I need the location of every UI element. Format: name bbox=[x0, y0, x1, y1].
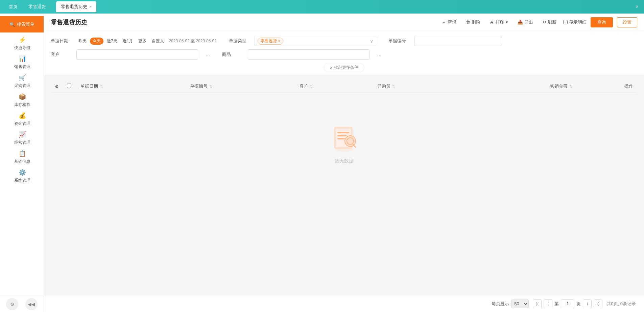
query-button[interactable]: 查询 bbox=[591, 17, 613, 27]
settings-button-header[interactable]: 设置 bbox=[617, 17, 637, 27]
type-tag: 零售退货 × bbox=[258, 38, 283, 45]
sidebar-item-finance[interactable]: 💰 资金管理 bbox=[0, 110, 44, 129]
sidebar-item-quick-nav[interactable]: ⚡ 快捷导航 bbox=[0, 34, 44, 53]
collapse-row: ∧ 收起更多条件 bbox=[51, 63, 637, 72]
first-page-button[interactable]: ⟨⟨ bbox=[533, 299, 542, 308]
collapse-button[interactable]: ∧ 收起更多条件 bbox=[324, 63, 364, 72]
window-close-icon[interactable]: × bbox=[636, 4, 639, 10]
sort-customer-icon: ⇅ bbox=[310, 85, 313, 88]
th-voucher-no[interactable]: 单据编号 ⇅ bbox=[186, 80, 295, 93]
refresh-label: 刷新 bbox=[548, 19, 556, 25]
tab-home-label: 首页 bbox=[9, 4, 18, 10]
delete-icon: 🗑 bbox=[466, 20, 470, 25]
customer-input[interactable] bbox=[76, 49, 198, 60]
date-btn-today[interactable]: 今天 bbox=[90, 38, 103, 45]
date-label: 单据日期 bbox=[51, 38, 71, 44]
date-btn-7days[interactable]: 近7天 bbox=[105, 38, 119, 45]
type-tag-remove[interactable]: × bbox=[278, 39, 280, 43]
settings-col-icon[interactable]: ⚙ bbox=[55, 84, 59, 89]
th-checkbox[interactable] bbox=[63, 80, 76, 93]
sidebar-item-operation[interactable]: 📈 经营管理 bbox=[0, 129, 44, 148]
system-icon: ⚙️ bbox=[19, 169, 26, 176]
page-number-input[interactable] bbox=[561, 299, 574, 308]
customer-label: 客户 bbox=[51, 51, 71, 58]
empty-icon bbox=[327, 120, 361, 154]
main-content: 零售退货历史 ＋ 新增 🗑 删除 🖨 打印 ▾ 📤 导出 bbox=[44, 14, 644, 312]
sort-voucher-icon: ⇅ bbox=[209, 85, 212, 88]
th-settings[interactable]: ⚙ bbox=[51, 80, 63, 93]
audio-button[interactable]: ◀◀ bbox=[25, 298, 38, 310]
date-range-display: 2023-06-02 至 2023-06-02 bbox=[169, 38, 216, 44]
sidebar-bottom: ⚙ ◀◀ bbox=[0, 296, 44, 312]
next-page-button[interactable]: ⟩ bbox=[583, 299, 592, 308]
goods-dots[interactable]: ... bbox=[377, 51, 381, 58]
show-detail-input[interactable] bbox=[563, 20, 568, 24]
table-area: ⚙ 单据日期 ⇅ 单据编号 ⇅ bbox=[44, 76, 644, 295]
sidebar-item-inventory[interactable]: 📦 库存核算 bbox=[0, 91, 44, 110]
customer-dots[interactable]: ... bbox=[206, 51, 210, 58]
filter-row-1: 单据日期 昨天 今天 近7天 近1月 更多 自定义 2023-06-02 至 2… bbox=[51, 36, 637, 46]
sidebar-item-purchase-mgmt[interactable]: 🛒 采购管理 bbox=[0, 72, 44, 91]
voucher-input[interactable] bbox=[414, 36, 502, 46]
th-date-label: 单据日期 bbox=[80, 84, 98, 89]
date-btn-more[interactable]: 更多 bbox=[136, 38, 148, 45]
page-header: 零售退货历史 ＋ 新增 🗑 删除 🖨 打印 ▾ 📤 导出 bbox=[44, 14, 644, 31]
search-icon: 🔍 bbox=[9, 22, 15, 27]
sidebar-search[interactable]: 🔍 搜索菜单 bbox=[0, 16, 44, 32]
tab-retail-return-close[interactable]: × bbox=[48, 5, 50, 9]
th-amount-label: 实销金额 bbox=[550, 84, 568, 89]
tab-retail-return-history-close[interactable]: × bbox=[89, 5, 91, 9]
per-page-label: 每页显示 bbox=[492, 301, 509, 307]
print-button[interactable]: 🖨 打印 ▾ bbox=[487, 18, 511, 27]
date-btn-yesterday[interactable]: 昨天 bbox=[76, 38, 89, 45]
date-btn-1month[interactable]: 近1月 bbox=[121, 38, 135, 45]
filter-area: 单据日期 昨天 今天 近7天 近1月 更多 自定义 2023-06-02 至 2… bbox=[44, 31, 644, 76]
refresh-button[interactable]: ↻ 刷新 bbox=[540, 18, 559, 27]
sidebar-item-label: 采购管理 bbox=[14, 83, 30, 89]
finance-icon: 💰 bbox=[19, 112, 26, 119]
tab-retail-return[interactable]: 零售退货 × bbox=[24, 1, 55, 12]
new-button[interactable]: ＋ 新增 bbox=[439, 18, 459, 27]
last-page-button[interactable]: ⟩⟩ bbox=[594, 299, 602, 308]
per-page-select[interactable]: 10 20 50 100 bbox=[511, 299, 529, 308]
th-date[interactable]: 单据日期 ⇅ bbox=[76, 80, 186, 93]
sidebar-search-label: 搜索菜单 bbox=[17, 21, 34, 27]
sort-amount-icon: ⇅ bbox=[569, 85, 572, 88]
sidebar-item-system[interactable]: ⚙️ 系统管理 bbox=[0, 166, 44, 185]
sidebar: 🔍 搜索菜单 ⚡ 快捷导航 📊 销售管理 🛒 采购管理 📦 库存核算 💰 资金管… bbox=[0, 14, 44, 312]
per-page: 每页显示 10 20 50 100 bbox=[492, 299, 529, 308]
page-title: 零售退货历史 bbox=[51, 18, 87, 26]
tab-home[interactable]: 首页 bbox=[4, 1, 22, 12]
export-label: 导出 bbox=[524, 19, 533, 25]
table-header-row: ⚙ 单据日期 ⇅ 单据编号 ⇅ bbox=[51, 80, 637, 93]
sidebar-item-basic-info[interactable]: 📋 基础信息 bbox=[0, 148, 44, 166]
tab-retail-return-history[interactable]: 零售退货历史 × bbox=[56, 1, 96, 12]
th-voucher-label: 单据编号 bbox=[190, 84, 208, 89]
data-table: ⚙ 单据日期 ⇅ 单据编号 ⇅ bbox=[51, 80, 637, 93]
export-icon: 📤 bbox=[518, 20, 523, 25]
settings-button[interactable]: ⚙ bbox=[6, 298, 18, 310]
type-select[interactable]: 零售退货 × ∨ bbox=[255, 36, 376, 46]
goods-input[interactable] bbox=[248, 49, 369, 60]
type-tag-label: 零售退货 bbox=[261, 38, 277, 44]
delete-button[interactable]: 🗑 删除 bbox=[463, 18, 483, 27]
collapse-icon: ∧ bbox=[330, 65, 333, 70]
collapse-label: 收起更多条件 bbox=[334, 65, 358, 70]
th-guide-label: 导购员 bbox=[377, 84, 390, 89]
th-amount[interactable]: 实销金额 ⇅ bbox=[467, 80, 576, 93]
sidebar-item-sales-mgmt[interactable]: 📊 销售管理 bbox=[0, 53, 44, 72]
tab-retail-return-history-label: 零售退货历史 bbox=[61, 4, 87, 10]
th-guide[interactable]: 导购员 ⇅ bbox=[373, 80, 467, 93]
prev-page-button[interactable]: ⟨ bbox=[544, 299, 552, 308]
date-btn-custom[interactable]: 自定义 bbox=[150, 38, 166, 45]
th-customer[interactable]: 客户 ⇅ bbox=[295, 80, 373, 93]
export-button[interactable]: 📤 导出 bbox=[515, 18, 536, 27]
purchase-icon: 🛒 bbox=[19, 74, 26, 82]
type-dropdown-icon[interactable]: ∨ bbox=[370, 38, 373, 44]
basic-info-icon: 📋 bbox=[19, 150, 26, 157]
select-all-checkbox[interactable] bbox=[67, 84, 71, 88]
show-detail-checkbox[interactable]: 显示明细 bbox=[563, 19, 587, 25]
sidebar-item-label: 资金管理 bbox=[14, 121, 30, 127]
sort-date-icon: ⇅ bbox=[100, 85, 103, 88]
top-bar: 首页 零售退货 × 零售退货历史 × × bbox=[0, 0, 644, 14]
